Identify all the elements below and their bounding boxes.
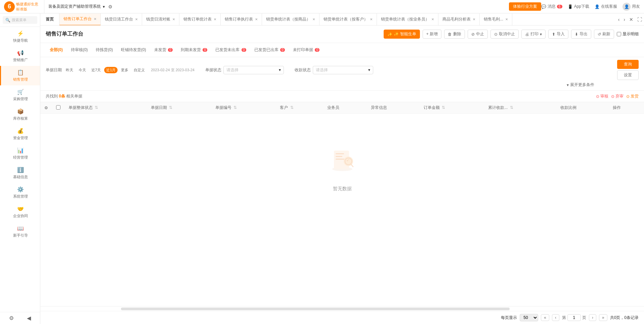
filter-tab-expire-notship[interactable]: 到期未发货 0 bbox=[177, 46, 211, 54]
status-select[interactable]: 请选择 ▾ bbox=[223, 66, 284, 74]
last-page-btn[interactable]: » bbox=[599, 314, 607, 321]
first-page-btn[interactable]: « bbox=[541, 314, 549, 321]
tab-close-reconcile[interactable]: ✕ bbox=[172, 17, 175, 21]
filter-tab-wangpu[interactable]: 旺铺待发货(0) bbox=[117, 46, 150, 54]
tab-customer-stats[interactable]: 销货单统计表（按客户） ✕ bbox=[319, 13, 377, 26]
ship-action[interactable]: ⊙ 发货 bbox=[626, 93, 639, 99]
col-payment[interactable]: 累计收款... ⇅ bbox=[484, 102, 556, 114]
tab-close-profit[interactable]: ✕ bbox=[473, 17, 475, 21]
query-btn[interactable]: 查询 bbox=[617, 60, 639, 69]
pay-status-select[interactable]: 请选择 ▾ bbox=[313, 66, 373, 74]
tab-order-stats[interactable]: 销售订单统计表 ✕ bbox=[179, 13, 221, 26]
tab-close-sales-profit[interactable]: ✕ bbox=[505, 17, 508, 21]
col-status[interactable]: 单据整体状态 ⇅ bbox=[65, 102, 147, 114]
tab-maximize[interactable]: ⛶ bbox=[635, 17, 644, 22]
filter-tab-all[interactable]: 全部(0) bbox=[46, 46, 67, 54]
tab-scroll-left[interactable]: ‹ bbox=[616, 17, 622, 22]
sort-icon-date: ⇅ bbox=[169, 105, 172, 110]
date-btn-today[interactable]: 今天 bbox=[77, 67, 88, 73]
settings-icon[interactable]: ⚙ bbox=[108, 4, 113, 9]
select-all-checkbox[interactable] bbox=[56, 105, 60, 110]
tab-reconcile[interactable]: 钱货日清对账 ✕ bbox=[142, 13, 179, 26]
app-download-btn[interactable]: 📱 App下载 bbox=[568, 4, 589, 9]
tab-close-sales-order[interactable]: ✕ bbox=[94, 17, 96, 21]
tab-home[interactable]: 首页 bbox=[40, 13, 59, 26]
sidebar-item-cooperation[interactable]: 🤝 企业协同 bbox=[0, 202, 40, 222]
tab-close-customer-stats[interactable]: ✕ bbox=[370, 17, 373, 21]
filter-tab-pick[interactable]: 待拣货(0) bbox=[92, 46, 117, 54]
settings-bottom-icon[interactable]: ⚙ bbox=[9, 315, 14, 321]
show-detail-label[interactable]: 显示明细 bbox=[617, 31, 639, 37]
sidebar-item-quicknav[interactable]: ⚡ 快捷导航 bbox=[0, 27, 40, 46]
col-amount[interactable]: 订单金额 ⇅ bbox=[420, 102, 484, 114]
tab-order-exec[interactable]: 销售订单执行表 ✕ bbox=[221, 13, 262, 26]
ai-btn[interactable]: ✨ ✨ 智能生单 bbox=[384, 30, 420, 39]
svg-rect-4 bbox=[336, 159, 345, 160]
expand-btn[interactable]: ▾ 展开更多条件 bbox=[567, 82, 594, 88]
filter-tab-notship[interactable]: 未发货 0 bbox=[150, 46, 177, 54]
col-checkbox[interactable] bbox=[52, 102, 65, 114]
add-btn[interactable]: + 新增 bbox=[423, 30, 441, 39]
user-area[interactable]: 👤 用友 bbox=[622, 3, 640, 11]
import-btn[interactable]: ⬆ 导入 bbox=[548, 30, 568, 39]
sidebar-item-guide[interactable]: 📖 新手引导 bbox=[0, 222, 40, 241]
col-settings[interactable]: ⚙ bbox=[40, 102, 52, 114]
tab-profit[interactable]: 商品毛利分析表 ✕ bbox=[438, 13, 480, 26]
col-number[interactable]: 单据编号 ⇅ bbox=[211, 102, 276, 114]
system-title-arrow[interactable]: ▾ bbox=[103, 4, 105, 9]
collapse-icon[interactable]: ◀ bbox=[27, 315, 31, 321]
col-staff[interactable]: 业务员 bbox=[323, 102, 367, 114]
horizontal-scrollbar[interactable] bbox=[40, 306, 644, 311]
filter-tab-shipped-not-out[interactable]: 已发货未出库 0 bbox=[211, 46, 250, 54]
sidebar-item-inventory[interactable]: 📦 库存核算 bbox=[0, 105, 40, 124]
set-btn[interactable]: 设置 bbox=[617, 70, 639, 80]
date-btn-7days[interactable]: 近7天 bbox=[89, 67, 103, 73]
industry-btn[interactable]: 体验行业方案 bbox=[509, 2, 541, 11]
tab-close-all[interactable]: ✕ bbox=[627, 17, 635, 22]
sidebar-item-business[interactable]: 📊 经营管理 bbox=[0, 144, 40, 163]
refresh-btn[interactable]: ↺ 刷新 bbox=[594, 30, 614, 39]
sidebar-item-finance[interactable]: 💰 资金管理 bbox=[0, 124, 40, 144]
tab-close-order-exec[interactable]: ✕ bbox=[255, 17, 258, 21]
filter-tab-pending[interactable]: 待审核(0) bbox=[67, 46, 92, 54]
col-date[interactable]: 单据日期 ⇅ bbox=[147, 102, 211, 114]
sidebar-item-purchase[interactable]: 🛒 采购管理 bbox=[0, 85, 40, 105]
print-btn[interactable]: 🖨 打印 ▾ bbox=[521, 30, 546, 39]
date-btn-custom[interactable]: 自定义 bbox=[132, 67, 147, 73]
export-btn[interactable]: ⬇ 导出 bbox=[571, 30, 591, 39]
filter-tab-not-printed[interactable]: 未打印单据 0 bbox=[289, 46, 324, 54]
next-page-btn[interactable]: › bbox=[589, 314, 596, 321]
review-action[interactable]: ⊙ 审核 bbox=[596, 93, 608, 99]
sidebar-item-basic[interactable]: ℹ️ 基础信息 bbox=[0, 163, 40, 183]
stop-btn[interactable]: ⊘ 中止 bbox=[468, 30, 488, 39]
filter-tab-shipped-out[interactable]: 已发货已出库 0 bbox=[250, 46, 289, 54]
online-service-btn[interactable]: 👤 在线客服 bbox=[595, 4, 617, 9]
col-customer[interactable]: 客户 ⇅ bbox=[276, 102, 323, 114]
tab-close-daily-clear[interactable]: ✕ bbox=[135, 17, 138, 21]
message-btn[interactable]: 💬 消息 6 bbox=[541, 4, 562, 9]
tab-close-staff-stats[interactable]: ✕ bbox=[431, 17, 434, 21]
expand-icon: ▾ bbox=[567, 83, 569, 87]
tab-close-order-stats[interactable]: ✕ bbox=[214, 17, 216, 21]
page-input[interactable] bbox=[567, 314, 581, 321]
prev-page-btn[interactable]: ‹ bbox=[552, 314, 559, 321]
date-btn-yesterday[interactable]: 昨天 bbox=[64, 67, 75, 73]
per-page-select[interactable]: 50 20 100 bbox=[520, 314, 538, 321]
tab-staff-stats[interactable]: 销货单统计表（按业务员） ✕ bbox=[377, 13, 438, 26]
sidebar-search[interactable]: 🔍 搜索菜单 bbox=[0, 13, 40, 27]
sidebar-item-sales[interactable]: 📋 销售管理 bbox=[0, 66, 40, 85]
date-btn-more[interactable]: 更多 bbox=[119, 67, 130, 73]
tab-close-goods-stats[interactable]: ✕ bbox=[312, 17, 315, 21]
tab-sales-order[interactable]: 销售订单工作台 ✕ bbox=[59, 13, 101, 26]
tab-sales-profit[interactable]: 销售毛利... ✕ bbox=[480, 13, 512, 26]
delete-btn[interactable]: 🗑 删除 bbox=[444, 30, 465, 39]
tab-scroll-right[interactable]: › bbox=[621, 17, 627, 22]
show-detail-checkbox[interactable] bbox=[617, 32, 621, 36]
unreview-action[interactable]: ⊙ 弃审 bbox=[611, 93, 624, 99]
date-btn-1month[interactable]: 近1月 bbox=[104, 67, 118, 73]
sidebar-item-system[interactable]: ⚙️ 系统管理 bbox=[0, 183, 40, 202]
tab-goods-stats[interactable]: 销货单统计表（按商品） ✕ bbox=[262, 13, 319, 26]
cancel-stop-btn[interactable]: ⊙ 取消中止 bbox=[490, 30, 519, 39]
sidebar-item-marketing[interactable]: 📢 营销推广 bbox=[0, 46, 40, 66]
tab-daily-clear[interactable]: 钱货日清工作台 ✕ bbox=[101, 13, 142, 26]
